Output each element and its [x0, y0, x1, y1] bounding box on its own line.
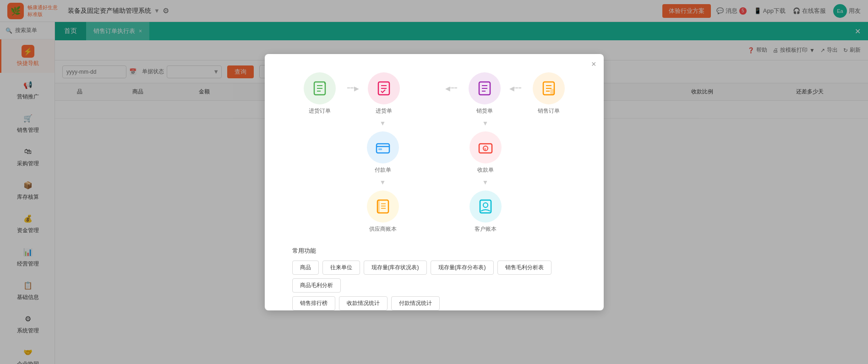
sales-order-item[interactable]: 销售订单: [521, 72, 576, 115]
customer-book-icon: [469, 190, 502, 223]
purchase-order-icon: [304, 72, 336, 104]
supplier-book-icon: [367, 190, 399, 223]
common-btn-sales-margin[interactable]: 销售毛利分析表: [497, 261, 551, 275]
receipt-icon: ¥: [469, 131, 502, 163]
svg-rect-16: [377, 144, 389, 153]
flow-row-arrows2: ▼ ▼: [292, 179, 576, 186]
modal-close-btn[interactable]: ×: [591, 60, 596, 69]
modal: × 进货订单 ▶: [265, 54, 604, 310]
payment-icon: [367, 131, 399, 163]
svg-rect-15: [551, 89, 554, 94]
sales-bill-icon: [469, 72, 501, 104]
common-btn-partner[interactable]: 往来单位: [322, 261, 360, 275]
flow-row-3: 供应商账本 客户账本: [292, 190, 576, 233]
common-btn-product-margin[interactable]: 商品毛利分析: [292, 278, 341, 293]
customer-book-item[interactable]: 客户账本: [458, 190, 513, 233]
sales-bill-item[interactable]: 销货单: [457, 72, 512, 115]
receipt-item[interactable]: ¥ 收款单: [458, 131, 513, 174]
purchase-bill-item[interactable]: 进货单: [356, 72, 411, 115]
flow-diagram: 进货订单 ▶ 进货单: [292, 72, 576, 233]
arrow-h1: ▶: [347, 87, 356, 99]
svg-rect-23: [377, 200, 380, 213]
flow-row-arrows: ▼ ▼: [292, 120, 576, 127]
purchase-order-item[interactable]: 进货订单: [292, 72, 347, 115]
sales-order-icon: [533, 72, 565, 104]
modal-content: 进货订单 ▶ 进货单: [265, 54, 604, 310]
svg-point-28: [483, 203, 488, 207]
common-btn-receipt-stats[interactable]: 收款情况统计: [339, 296, 388, 310]
svg-text:¥: ¥: [484, 147, 486, 151]
flow-row-1: 进货订单 ▶ 进货单: [292, 72, 576, 115]
common-buttons-row2: 销售排行榜 收款情况统计 付款情况统计: [292, 296, 576, 310]
supplier-book-item[interactable]: 供应商账本: [355, 190, 410, 233]
arrow-h2: ◀: [448, 87, 457, 99]
arrow-h3: ◀: [512, 87, 521, 99]
common-section: 常用功能 商品 往来单位 现存量(库存状况表) 现存量(库存分布表) 销售毛利分…: [292, 247, 576, 310]
flow-row-2: 付款单 ¥ 收款单: [292, 131, 576, 174]
common-btn-payment-stats[interactable]: 付款情况统计: [391, 296, 440, 310]
purchase-bill-icon: [368, 72, 400, 104]
common-btn-product[interactable]: 商品: [292, 261, 319, 275]
payment-item[interactable]: 付款单: [355, 131, 410, 174]
common-btn-sales-rank[interactable]: 销售排行榜: [292, 296, 335, 310]
common-buttons: 商品 往来单位 现存量(库存状况表) 现存量(库存分布表) 销售毛利分析表 商品…: [292, 261, 576, 293]
svg-rect-18: [378, 148, 382, 150]
common-section-title: 常用功能: [292, 247, 576, 255]
common-btn-stock-dist[interactable]: 现存量(库存分布表): [431, 261, 494, 275]
common-btn-stock-status[interactable]: 现存量(库存状况表): [364, 261, 427, 275]
modal-overlay[interactable]: × 进货订单 ▶: [0, 0, 868, 364]
